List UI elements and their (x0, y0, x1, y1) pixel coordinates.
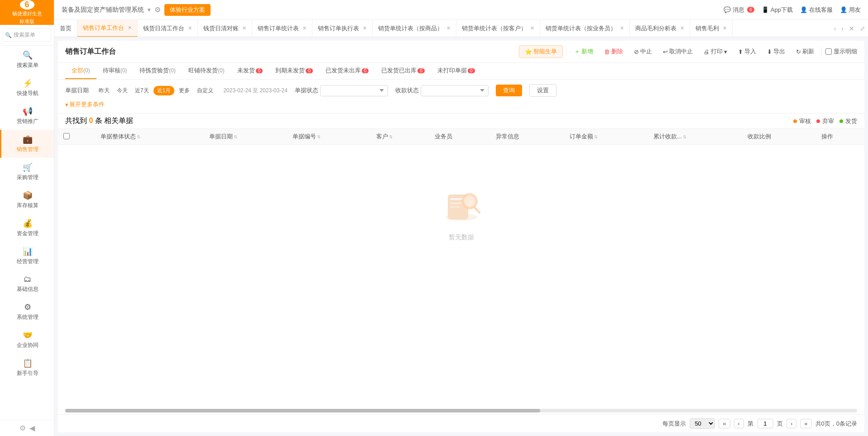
ship-action-btn[interactable]: 发货 (839, 117, 857, 125)
col-header-amount[interactable]: 订单金额⇅ (564, 129, 648, 145)
table-scroll[interactable]: 单据整体状态⇅单据日期⇅单据编号⇅客户⇅业务员异常信息订单金额⇅累计收款...⇅… (58, 129, 864, 407)
tab-home[interactable]: 首页 (54, 20, 77, 37)
collapse-icon-btn[interactable]: ◀ (29, 424, 35, 432)
date-btn-昨天[interactable]: 昨天 (96, 86, 112, 95)
user-menu-btn[interactable]: 👤 用友 (840, 6, 861, 14)
sidebar-item-system[interactable]: ⚙系统管理 (0, 298, 54, 326)
sidebar-logo[interactable]: 6 畅捷通好生意 标准版 (0, 0, 54, 25)
tab-sales_profit[interactable]: 销售毛利✕ (690, 20, 733, 37)
cancel-stop-btn[interactable]: ↩ 取消中止 (659, 46, 696, 57)
delete-btn[interactable]: 🗑 删除 (600, 46, 627, 57)
sidebar-item-operations[interactable]: 📊经营管理 (0, 242, 54, 270)
tab-gross_margin[interactable]: 商品毛利分析表✕ (630, 20, 690, 37)
show-detail-checkbox[interactable] (825, 48, 832, 55)
tab-sales_stats[interactable]: 销售订单统计表✕ (252, 20, 312, 37)
workbench-header: 销售订单工作台 ⭐ 智能生单 ＋ 新增 🗑 删除 (58, 41, 864, 63)
prev-page-btn[interactable]: ‹ (734, 419, 744, 428)
status-select[interactable] (320, 85, 388, 96)
sidebar-item-inventory[interactable]: 📦库存核算 (0, 186, 54, 214)
sidebar-item-marketing[interactable]: 📢营销推广 (0, 102, 54, 130)
tab-sales_stats_customer[interactable]: 销货单统计表（按客户）✕ (456, 20, 540, 37)
settings-filter-btn[interactable]: 设置 (529, 84, 556, 97)
industry-btn[interactable]: 体验行业方案 (164, 4, 211, 16)
tab-sales_exec[interactable]: 销售订单执行表✕ (312, 20, 373, 37)
expand-filter-btn[interactable]: ▾ 展开更多条件 (65, 100, 105, 109)
sub-tab-all[interactable]: 全部(0) (65, 63, 96, 79)
ai-btn-label: 智能生单 (533, 47, 557, 56)
tab-close-sales_workbench[interactable]: ✕ (128, 25, 132, 31)
sidebar-item-search[interactable]: 🔍搜索菜单 (0, 46, 54, 74)
tab-maximize-btn[interactable]: ⤢ (857, 25, 868, 32)
system-dropdown-btn[interactable]: ▾ (148, 6, 151, 13)
query-btn[interactable]: 查询 (496, 85, 522, 96)
tab-close-sales_stats_staff[interactable]: ✕ (620, 25, 624, 31)
svg-line-7 (474, 207, 480, 213)
tab-sales_stats_staff[interactable]: 销货单统计表（按业务员）✕ (540, 20, 630, 37)
add-btn-label: 新增 (581, 47, 593, 56)
col-header-date[interactable]: 单据日期⇅ (204, 129, 288, 145)
header-settings-btn[interactable]: ⚙ (154, 5, 161, 14)
sub-tab-shipped_not_out[interactable]: 已发货未出库0 (319, 63, 375, 79)
review-action-btn[interactable]: 审核 (793, 117, 811, 125)
ai-btn[interactable]: ⭐ 智能生单 (519, 45, 563, 58)
sub-tab-shipped_out[interactable]: 已发货已出库0 (375, 63, 431, 79)
horizontal-scrollbar[interactable] (65, 409, 857, 412)
stop-btn[interactable]: ⊘ 中止 (630, 46, 656, 57)
date-btn-自定义[interactable]: 自定义 (194, 86, 216, 95)
col-header-collected[interactable]: 累计收款...⇅ (648, 129, 742, 145)
date-btn-今天[interactable]: 今天 (114, 86, 130, 95)
sub-tab-overdue[interactable]: 到期未发货0 (269, 63, 319, 79)
payment-select[interactable] (421, 85, 489, 96)
select-all-checkbox[interactable] (63, 133, 70, 139)
cancel-review-action-btn[interactable]: 弃审 (816, 117, 834, 125)
page-input[interactable] (757, 419, 773, 428)
first-page-btn[interactable]: « (719, 419, 730, 428)
export-btn[interactable]: ⬇ 导出 (763, 46, 789, 57)
date-btn-更多[interactable]: 更多 (176, 86, 192, 95)
sub-tab-wangpu_pending[interactable]: 旺铺待发货(0) (182, 63, 231, 79)
tab-sales_stats_product[interactable]: 销货单统计表（按商品）✕ (373, 20, 456, 37)
tab-cash_daily[interactable]: 钱货日清工作台✕ (138, 20, 198, 37)
tab-sales_workbench[interactable]: 销售订单工作台✕ (77, 20, 138, 37)
tab-cash_account[interactable]: 钱货日清对账✕ (198, 20, 252, 37)
date-btn-近1月[interactable]: 近1月 (153, 86, 175, 95)
message-btn[interactable]: 💬 消息 6 (724, 6, 754, 14)
next-page-btn[interactable]: › (786, 419, 796, 428)
tab-close-all-btn[interactable]: ✕ (846, 25, 857, 32)
sidebar-item-sales[interactable]: 💼销售管理 (0, 130, 54, 158)
sub-tab-not_shipped[interactable]: 未发货0 (231, 63, 269, 79)
tab-close-gross_margin[interactable]: ✕ (680, 25, 684, 31)
add-btn[interactable]: ＋ 新增 (571, 46, 597, 57)
col-header-status[interactable]: 单据整体状态⇅ (95, 129, 204, 145)
tab-close-cash_daily[interactable]: ✕ (188, 25, 192, 31)
date-btn-近7天[interactable]: 近7天 (132, 86, 152, 95)
sidebar-item-basic[interactable]: 🗂基础信息 (0, 270, 54, 298)
sidebar-item-enterprise[interactable]: 🤝企业协同 (0, 326, 54, 354)
col-header-customer[interactable]: 客户⇅ (371, 129, 429, 145)
tab-close-sales_profit[interactable]: ✕ (723, 25, 727, 31)
tab-close-sales_exec[interactable]: ✕ (363, 25, 367, 31)
sub-tab-pending_review[interactable]: 待审核(0) (96, 63, 134, 79)
last-page-btn[interactable]: » (800, 419, 811, 428)
tab-close-sales_stats_product[interactable]: ✕ (446, 25, 451, 31)
tab-close-sales_stats[interactable]: ✕ (302, 25, 307, 31)
per-page-select[interactable]: 102050100 (690, 418, 715, 429)
sidebar-item-quicknav[interactable]: ⚡快捷导航 (0, 74, 54, 102)
sub-tab-pending_inspect[interactable]: 待拣货验货(0) (133, 63, 182, 79)
tab-close-cash_account[interactable]: ✕ (242, 25, 246, 31)
settings-icon-btn[interactable]: ⚙ (19, 424, 26, 432)
tab-scroll-left-btn[interactable]: ‹ (831, 25, 839, 32)
app-download-btn[interactable]: 📱 App下载 (762, 6, 793, 14)
sidebar-item-purchase[interactable]: 🛒采购管理 (0, 158, 54, 186)
sidebar-item-guide[interactable]: 📋新手引导 (0, 354, 54, 382)
refresh-btn[interactable]: ↻ 刷新 (792, 46, 818, 57)
online-service-btn[interactable]: 👤 在线客服 (800, 6, 833, 14)
print-btn[interactable]: 🖨 打印 ▾ (700, 46, 731, 57)
sidebar-item-finance[interactable]: 💰资金管理 (0, 214, 54, 242)
import-btn[interactable]: ⬆ 导入 (734, 46, 760, 57)
tab-scroll-right-btn[interactable]: › (839, 25, 846, 32)
sidebar-search-button[interactable]: 🔍 搜索菜单 (3, 28, 51, 42)
col-header-number[interactable]: 单据编号⇅ (287, 129, 371, 145)
tab-close-sales_stats_customer[interactable]: ✕ (530, 25, 534, 31)
sub-tab-not_printed[interactable]: 未打印单据0 (431, 63, 481, 79)
